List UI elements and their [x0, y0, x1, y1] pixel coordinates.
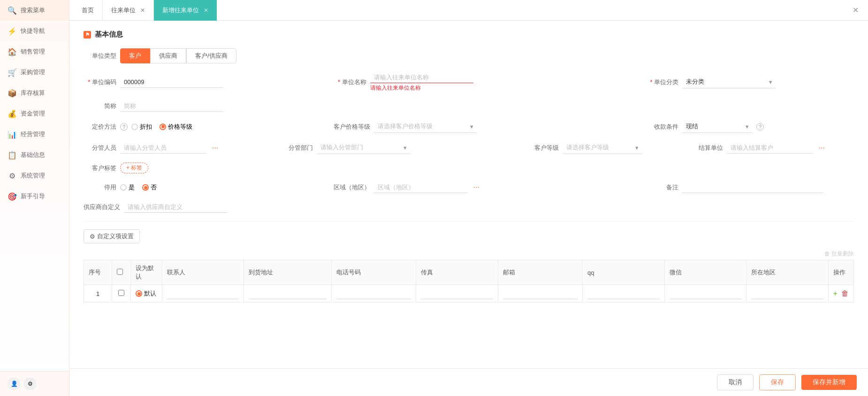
sidebar-item-purchase[interactable]: 🛒 采购管理 — [0, 62, 69, 83]
customer-price-select[interactable]: 请选择客户价格等级 ▾ — [374, 120, 477, 133]
save-button[interactable]: 保存 — [759, 374, 796, 390]
select-all-checkbox[interactable] — [117, 269, 123, 275]
tab-partners-close[interactable]: ✕ — [140, 7, 145, 14]
finance-icon: 💰 — [8, 109, 17, 118]
supplier-custom-input[interactable] — [124, 202, 227, 213]
unit-name-group: 单位名称 请输入往来单位名称 — [334, 72, 646, 92]
td-checkbox — [112, 285, 131, 303]
tab-home[interactable]: 首页 — [73, 0, 103, 21]
type-btn-supplier[interactable]: 供应商 — [150, 48, 186, 63]
disable-yes[interactable]: 是 — [120, 183, 135, 192]
gear-icon: ⚙ — [90, 233, 95, 240]
td-region — [746, 285, 829, 303]
sidebar-bottom: 👤 ⚙ — [0, 371, 69, 396]
tab-bar: 首页 往来单位 ✕ 新增往来单位 ✕ ✕ — [69, 0, 868, 21]
add-tag-button[interactable]: + 标签 — [120, 163, 148, 173]
tab-partners[interactable]: 往来单位 ✕ — [103, 0, 154, 21]
default-radio[interactable]: 默认 — [136, 289, 157, 298]
sidebar-item-label: 经营管理 — [21, 130, 45, 139]
remark-label: 备注 — [646, 183, 678, 192]
sidebar-item-search[interactable]: 🔍 搜索菜单 — [0, 0, 69, 21]
th-no: 序号 — [84, 260, 112, 285]
discount-label: 折扣 — [140, 123, 152, 131]
customer-price-group: 客户价格等级 请选择客户价格等级 ▾ — [334, 120, 646, 133]
row-checkbox[interactable] — [118, 290, 124, 296]
disable-no[interactable]: 否 — [142, 183, 157, 192]
unit-category-group: 单位分类 未分类 ▾ — [646, 76, 854, 88]
form-content: ⚑ 基本信息 单位类型 客户 供应商 客户/供应商 单位编码 单位名称 — [69, 21, 868, 368]
customer-price-caret: ▾ — [470, 123, 473, 130]
payment-condition-select[interactable]: 现结 ▾ — [682, 120, 753, 133]
tab-new-partner-close[interactable]: ✕ — [204, 7, 208, 14]
tab-new-partner-label: 新增往来单位 — [162, 6, 199, 15]
unit-code-input[interactable] — [120, 77, 223, 88]
tab-new-partner[interactable]: 新增往来单位 ✕ — [154, 0, 217, 21]
save-new-button[interactable]: 保存并新增 — [801, 375, 857, 390]
pricing-radio-price-level[interactable]: 价格等级 — [160, 123, 192, 131]
sidebar-item-sales[interactable]: 🏠 销售管理 — [0, 41, 69, 62]
unit-name-input[interactable] — [370, 72, 473, 83]
close-all-tabs-button[interactable]: ✕ — [847, 6, 864, 15]
supplier-custom-label: 供应商自定义 — [84, 203, 120, 211]
phone-input[interactable] — [336, 288, 411, 299]
cancel-button[interactable]: 取消 — [717, 374, 754, 390]
sidebar-item-system[interactable]: ⚙ 系统管理 — [0, 165, 69, 186]
dept-label: 分管部门 — [280, 144, 313, 152]
pricing-help-icon[interactable]: ? — [120, 123, 128, 131]
settlement-input[interactable] — [727, 142, 813, 154]
manager-row: 分管人员 ··· 分管部门 请输入分管部门 ▾ 客户等级 请选择客户等级 ▾ 结… — [84, 141, 854, 154]
short-name-input[interactable] — [120, 101, 223, 112]
sidebar-item-finance[interactable]: 💰 资金管理 — [0, 103, 69, 124]
pricing-group: 定价方法 ? 折扣 价格等级 — [84, 123, 334, 131]
sidebar-item-label: 基础信息 — [21, 151, 45, 159]
region-ellipsis[interactable]: ··· — [472, 183, 481, 192]
settlement-ellipsis[interactable]: ··· — [817, 144, 827, 152]
type-btn-both[interactable]: 客户/供应商 — [186, 48, 236, 63]
add-row-button[interactable]: + — [833, 289, 838, 298]
th-phone: 电话号码 — [331, 260, 416, 285]
disable-group: 停用 是 否 — [84, 183, 334, 192]
manager-ellipsis[interactable]: ··· — [210, 144, 220, 152]
sidebar-item-label: 搜索菜单 — [21, 6, 45, 15]
unit-name-error: 请输入往来单位名称 — [370, 84, 473, 92]
region-table-input[interactable] — [751, 288, 823, 299]
manager-input[interactable] — [120, 142, 206, 154]
payment-condition-caret: ▾ — [746, 123, 749, 130]
batch-delete-button[interactable]: 🗑 批量删除 — [84, 250, 854, 258]
td-no: 1 — [84, 285, 112, 303]
supplier-custom-row: 供应商自定义 — [84, 202, 854, 213]
pricing-radio-discount[interactable]: 折扣 — [131, 123, 152, 131]
sidebar-item-basic-info[interactable]: 📋 基础信息 — [0, 145, 69, 165]
email-input[interactable] — [503, 288, 578, 299]
th-fax: 传真 — [416, 260, 498, 285]
sidebar-item-quick-nav[interactable]: ⚡ 快捷导航 — [0, 21, 69, 41]
wechat-input[interactable] — [670, 288, 742, 299]
dept-select[interactable]: 请输入分管部门 ▾ — [317, 141, 411, 154]
region-input[interactable] — [374, 182, 468, 193]
qq-input[interactable] — [587, 288, 660, 299]
sidebar-item-inventory[interactable]: 📦 库存核算 — [0, 83, 69, 103]
settings-bottom-icon[interactable]: ⚙ — [23, 377, 37, 390]
custom-settings-button[interactable]: ⚙ 自定义项设置 — [84, 229, 140, 243]
sidebar-item-guide[interactable]: 🎯 新手引导 — [0, 186, 69, 207]
unit-code-group: 单位编码 — [84, 77, 334, 88]
td-qq — [582, 285, 664, 303]
th-checkbox — [112, 260, 131, 285]
unit-category-select[interactable]: 未分类 ▾ — [682, 76, 776, 88]
type-btn-customer[interactable]: 客户 — [120, 48, 150, 63]
guide-icon: 🎯 — [8, 192, 17, 201]
pricing-row: 定价方法 ? 折扣 价格等级 客户价格等级 请选择客户价格等级 — [84, 120, 854, 133]
contact-input[interactable] — [167, 288, 239, 299]
contact-table: 序号 设为默认 联系人 到货地址 电话号码 传真 邮箱 qq 微信 所在地区 操… — [84, 260, 854, 303]
fax-input[interactable] — [421, 288, 493, 299]
address-input[interactable] — [249, 288, 326, 299]
table-body: 1 默认 — [84, 285, 854, 303]
delete-row-button[interactable]: 🗑 — [841, 289, 849, 298]
tag-row: 客户标签 + 标签 — [84, 163, 854, 173]
payment-help-icon[interactable]: ? — [756, 123, 764, 131]
sidebar-item-operations[interactable]: 📊 经营管理 — [0, 124, 69, 145]
remark-input[interactable] — [682, 182, 823, 193]
customer-level-select[interactable]: 请选择客户等级 ▾ — [563, 141, 642, 154]
section-flag-icon: ⚑ — [84, 31, 91, 39]
sales-icon: 🏠 — [8, 47, 17, 56]
